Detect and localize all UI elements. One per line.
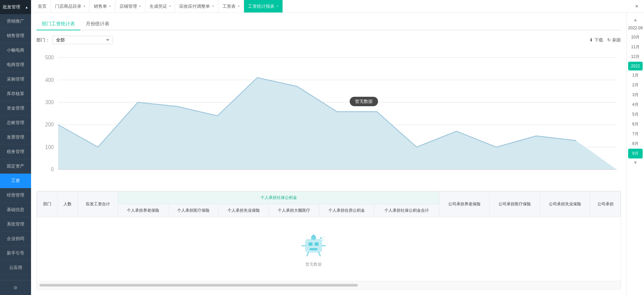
sidebar-item-工资[interactable]: 工资 xyxy=(0,174,31,188)
chart-toolbar: 部门： 全部 ⬇ 下载 ↻ 刷新 xyxy=(36,36,621,44)
svg-line-23 xyxy=(319,253,320,256)
sidebar-item-企业协同[interactable]: 企业协同 xyxy=(0,232,31,246)
col-company-medical: 公司承担医疗保险 xyxy=(490,191,540,217)
gear-icon: ⚙ xyxy=(14,285,18,290)
sidebar-item-销售管理[interactable]: 销售管理 xyxy=(0,29,31,43)
tab-close-5[interactable]: × xyxy=(212,4,214,8)
sidebar-item-经营管理[interactable]: 经营管理 xyxy=(0,188,31,203)
col-personal-housing: 个人承担住房公积金 xyxy=(319,204,374,217)
dept-filter: 部门： 全部 xyxy=(36,36,113,44)
tab-dept-stats[interactable]: 部门工资统计表 xyxy=(36,18,80,30)
empty-state: 暂无数据 xyxy=(37,217,590,281)
right-sidebar: ▲ 2022.0910月11月12月20221月2月3月4月5月6月7月8月9月… xyxy=(626,13,644,295)
dept-label: 部门： xyxy=(36,37,50,43)
right-sidebar-item-8[interactable]: 4月 xyxy=(627,100,644,110)
dept-select[interactable]: 全部 xyxy=(52,36,113,44)
data-table-section: 部门 人数 应发工资合计 个人承担社保公积金 公司承担养老保险 公司承担医疗保险… xyxy=(36,191,621,290)
download-button[interactable]: ⬇ 下载 xyxy=(589,37,603,43)
svg-text:400: 400 xyxy=(45,77,54,83)
table-scrollbar[interactable] xyxy=(39,284,358,287)
sidebar-footer-settings[interactable]: ⚙ xyxy=(0,280,31,295)
sidebar-item-基础信息[interactable]: 基础信息 xyxy=(0,203,31,217)
svg-rect-16 xyxy=(315,242,319,246)
refresh-icon: ↻ xyxy=(607,37,611,42)
right-sidebar-item-2[interactable]: 11月 xyxy=(627,42,644,52)
right-sidebar-item-10[interactable]: 6月 xyxy=(627,119,644,129)
col-company-unemployment: 公司承担失业保险 xyxy=(540,191,590,217)
sidebar: 批发管理 ▲ 营销推广销售管理小畅电商电商管理采购管理库存核算资金管理总账管理发… xyxy=(0,0,31,295)
sidebar-item-小畅电商[interactable]: 小畅电商 xyxy=(0,43,31,58)
svg-point-19 xyxy=(313,235,315,237)
right-sidebar-item-4[interactable]: 2022 xyxy=(628,62,643,70)
right-sidebar-item-12[interactable]: 8月 xyxy=(627,139,644,149)
area-chart: 500 400 300 200 100 0 xyxy=(36,48,621,188)
right-sidebar-item-3[interactable]: 12月 xyxy=(627,52,644,62)
tab-1[interactable]: 门店商品目录× xyxy=(51,0,90,12)
sidebar-title: 批发管理 xyxy=(3,4,20,10)
svg-text:200: 200 xyxy=(45,122,54,128)
col-company-other: 公司承担 xyxy=(590,191,621,217)
sidebar-header[interactable]: 批发管理 ▲ xyxy=(0,0,31,14)
sidebar-item-资金管理[interactable]: 资金管理 xyxy=(0,101,31,116)
svg-point-26 xyxy=(323,236,324,237)
tab-3[interactable]: 店铺管理× xyxy=(115,0,145,12)
tab-close-2[interactable]: × xyxy=(109,4,111,8)
tab-close-4[interactable]: × xyxy=(169,4,171,8)
svg-line-22 xyxy=(307,253,308,256)
sidebar-item-税务管理[interactable]: 税务管理 xyxy=(0,145,31,159)
col-personal-pension: 个人承担养老保险 xyxy=(118,204,168,217)
tab-label-3: 店铺管理 xyxy=(119,3,137,9)
svg-point-25 xyxy=(322,239,324,241)
svg-rect-15 xyxy=(308,242,313,246)
right-sidebar-item-7[interactable]: 3月 xyxy=(627,90,644,100)
nav-up-arrow[interactable]: ▲ xyxy=(632,16,639,24)
tab-month-stats[interactable]: 月份统计表 xyxy=(80,18,115,30)
sidebar-item-库存核算[interactable]: 库存核算 xyxy=(0,87,31,101)
sidebar-item-发票管理[interactable]: 发票管理 xyxy=(0,130,31,145)
sub-tab-bar: 部门工资统计表 月份统计表 xyxy=(36,18,621,30)
tab-bar: 首页门店商品目录×销售单×店铺管理×生成凭证×应收应付调整单×工资表×工资统计报… xyxy=(31,0,644,13)
sidebar-item-采购管理[interactable]: 采购管理 xyxy=(0,72,31,87)
tab-close-7[interactable]: × xyxy=(276,4,278,8)
main-content: 首页门店商品目录×销售单×店铺管理×生成凭证×应收应付调整单×工资表×工资统计报… xyxy=(31,0,644,295)
refresh-label: 刷新 xyxy=(612,37,621,43)
col-dept: 部门 xyxy=(37,191,57,217)
col-personal-unemployment: 个人承担失业保险 xyxy=(218,204,269,217)
sidebar-item-电商管理[interactable]: 电商管理 xyxy=(0,58,31,72)
right-sidebar-item-5[interactable]: 1月 xyxy=(627,70,644,80)
right-sidebar-item-9[interactable]: 5月 xyxy=(627,110,644,119)
tab-close-1[interactable]: × xyxy=(83,4,85,8)
sidebar-item-新手引导[interactable]: 新手引导 xyxy=(0,246,31,261)
svg-marker-12 xyxy=(58,78,617,170)
tab-4[interactable]: 生成凭证× xyxy=(145,0,176,12)
nav-down-arrow[interactable]: ▼ xyxy=(632,158,639,167)
right-sidebar-item-13[interactable]: 9月 xyxy=(628,149,643,158)
sidebar-item-营销推广[interactable]: 营销推广 xyxy=(0,14,31,29)
right-sidebar-item-0[interactable]: 2022.09 xyxy=(627,24,644,32)
salary-table: 部门 人数 应发工资合计 个人承担社保公积金 公司承担养老保险 公司承担医疗保险… xyxy=(37,191,621,281)
sidebar-item-总账管理[interactable]: 总账管理 xyxy=(0,116,31,130)
col-personal-major-medical: 个人承担大额医疗 xyxy=(269,204,319,217)
empty-text: 暂无数据 xyxy=(305,262,322,267)
right-sidebar-item-11[interactable]: 7月 xyxy=(627,129,644,139)
tab-5[interactable]: 应收应付调整单× xyxy=(175,0,218,12)
tab-close-6[interactable]: × xyxy=(238,4,240,8)
tab-close-3[interactable]: × xyxy=(139,4,141,8)
col-personal-total: 个人承担社保公积金合计 xyxy=(374,204,439,217)
sidebar-item-固定资产[interactable]: 固定资产 xyxy=(0,159,31,174)
refresh-button[interactable]: ↻ 刷新 xyxy=(607,37,621,43)
sidebar-item-系统管理[interactable]: 系统管理 xyxy=(0,217,31,232)
close-all-button[interactable]: ✕ xyxy=(632,4,641,9)
tab-6[interactable]: 工资表× xyxy=(218,0,244,12)
svg-text:500: 500 xyxy=(45,55,54,61)
sidebar-item-云应用[interactable]: 云应用 xyxy=(0,261,31,275)
sidebar-toggle-icon: ▲ xyxy=(25,5,28,9)
tab-2[interactable]: 销售单× xyxy=(90,0,115,12)
tab-7[interactable]: 工资统计报表× xyxy=(244,0,283,12)
right-sidebar-item-6[interactable]: 2月 xyxy=(627,80,644,90)
col-company-pension: 公司承担养老保险 xyxy=(439,191,490,217)
right-sidebar-item-1[interactable]: 10月 xyxy=(627,32,644,42)
toolbar-actions: ⬇ 下载 ↻ 刷新 xyxy=(589,37,621,43)
tab-0[interactable]: 首页 xyxy=(34,0,51,12)
chart-container: 500 400 300 200 100 0 xyxy=(36,48,621,188)
